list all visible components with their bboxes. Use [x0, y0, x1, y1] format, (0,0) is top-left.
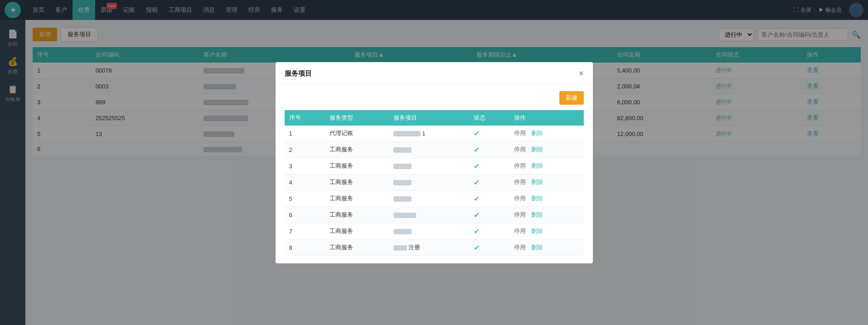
delete-button[interactable]: 删除: [531, 195, 543, 202]
modal-cell-status: ✔: [469, 141, 510, 158]
modal-cell-seq: 8: [285, 239, 325, 256]
modal-cell-seq: 7: [285, 223, 325, 239]
modal-table: 序号 服务类型 服务项目 状态 操作 1 代理记账 1 ✔ 停用 删除 2 工商…: [285, 110, 584, 256]
delete-button[interactable]: 删除: [531, 146, 543, 153]
delete-button[interactable]: 删除: [531, 211, 543, 218]
modal-table-wrap[interactable]: 序号 服务类型 服务项目 状态 操作 1 代理记账 1 ✔ 停用 删除 2 工商…: [285, 110, 584, 256]
modal-cell-seq: 5: [285, 190, 325, 207]
delete-button[interactable]: 删除: [531, 179, 543, 185]
modal-body: 新建 序号 服务类型 服务项目 状态 操作 1 代理记账 1: [276, 84, 593, 263]
modal-cell-seq: 1: [285, 126, 325, 142]
modal-table-row: 1 代理记账 1 ✔ 停用 删除: [285, 126, 584, 142]
modal-cell-status: ✔: [469, 239, 510, 256]
modal-overlay[interactable]: 服务项目 × 新建 序号 服务类型 服务项目 状态 操作: [0, 0, 868, 325]
modal-cell-item: [389, 141, 469, 158]
modal-table-row: 8 工商服务 注册 ✔ 停用 删除: [285, 239, 584, 256]
modal-cell-action[interactable]: 停用 删除: [509, 158, 583, 174]
modal-table-row: 3 工商服务 ✔ 停用 删除: [285, 158, 584, 174]
modal-cell-type: 工商服务: [325, 190, 388, 207]
modal-cell-type: 工商服务: [325, 239, 388, 256]
stop-button[interactable]: 停用: [514, 211, 526, 218]
modal-cell-type: 工商服务: [325, 207, 388, 223]
stop-button[interactable]: 停用: [514, 244, 526, 251]
modal-cell-item: 注册: [389, 239, 469, 256]
modal-th-seq: 序号: [285, 110, 325, 126]
modal-cell-type: 工商服务: [325, 158, 388, 174]
modal-cell-status: ✔: [469, 174, 510, 190]
delete-button[interactable]: 删除: [531, 130, 543, 136]
modal-cell-type: 工商服务: [325, 223, 388, 239]
modal-th-status: 状态: [469, 110, 510, 126]
modal-cell-status: ✔: [469, 223, 510, 239]
modal-table-row: 7 工商服务 ✔ 停用 删除: [285, 223, 584, 239]
modal-th-action: 操作: [509, 110, 583, 126]
modal-close-button[interactable]: ×: [579, 69, 584, 78]
modal-table-row: 2 工商服务 ✔ 停用 删除: [285, 141, 584, 158]
stop-button[interactable]: 停用: [514, 195, 526, 202]
service-modal: 服务项目 × 新建 序号 服务类型 服务项目 状态 操作: [276, 62, 593, 263]
stop-button[interactable]: 停用: [514, 162, 526, 169]
modal-cell-status: ✔: [469, 158, 510, 174]
modal-cell-item: [389, 190, 469, 207]
modal-cell-action[interactable]: 停用 删除: [509, 190, 583, 207]
modal-cell-seq: 4: [285, 174, 325, 190]
modal-table-row: 4 工商服务 ✔ 停用 删除: [285, 174, 584, 190]
stop-button[interactable]: 停用: [514, 228, 526, 234]
modal-cell-action[interactable]: 停用 删除: [509, 207, 583, 223]
modal-cell-action[interactable]: 停用 删除: [509, 239, 583, 256]
modal-cell-status: ✔: [469, 207, 510, 223]
modal-cell-type: 代理记账: [325, 126, 388, 142]
modal-cell-seq: 3: [285, 158, 325, 174]
modal-cell-seq: 2: [285, 141, 325, 158]
modal-cell-action[interactable]: 停用 删除: [509, 141, 583, 158]
modal-new-button[interactable]: 新建: [559, 91, 584, 105]
modal-cell-action[interactable]: 停用 删除: [509, 223, 583, 239]
stop-button[interactable]: 停用: [514, 130, 526, 136]
modal-cell-item: [389, 207, 469, 223]
delete-button[interactable]: 删除: [531, 228, 543, 234]
modal-title: 服务项目: [285, 69, 312, 78]
modal-table-row: 6 工商服务 ✔ 停用 删除: [285, 207, 584, 223]
modal-cell-item: [389, 158, 469, 174]
delete-button[interactable]: 删除: [531, 244, 543, 251]
modal-cell-item: 1: [389, 126, 469, 142]
modal-table-row: 5 工商服务 ✔ 停用 删除: [285, 190, 584, 207]
modal-cell-item: [389, 174, 469, 190]
modal-cell-type: 工商服务: [325, 174, 388, 190]
modal-header: 服务项目 ×: [276, 62, 593, 84]
modal-th-item: 服务项目: [389, 110, 469, 126]
delete-button[interactable]: 删除: [531, 162, 543, 169]
modal-cell-type: 工商服务: [325, 141, 388, 158]
modal-cell-status: ✔: [469, 126, 510, 142]
modal-cell-item: [389, 223, 469, 239]
stop-button[interactable]: 停用: [514, 179, 526, 185]
modal-th-type: 服务类型: [325, 110, 388, 126]
modal-cell-action[interactable]: 停用 删除: [509, 174, 583, 190]
modal-cell-action[interactable]: 停用 删除: [509, 126, 583, 142]
stop-button[interactable]: 停用: [514, 146, 526, 153]
modal-cell-seq: 6: [285, 207, 325, 223]
modal-toolbar: 新建: [285, 91, 584, 105]
modal-cell-status: ✔: [469, 190, 510, 207]
